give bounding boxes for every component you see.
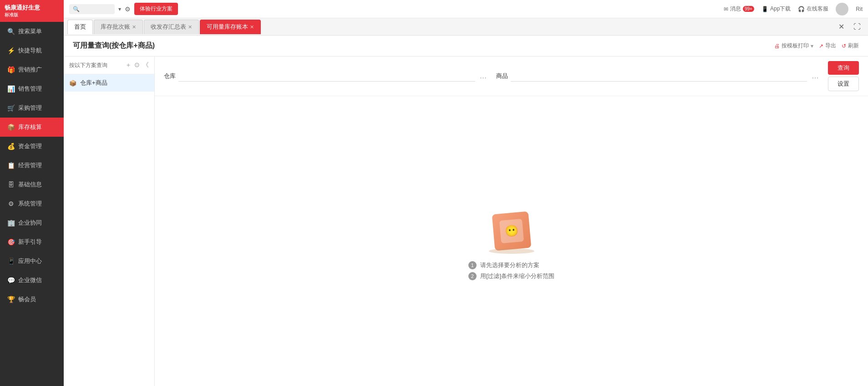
product-filter-field: 商品 …: [496, 71, 821, 82]
sidebar-item-operation[interactable]: 📋 经营管理: [0, 156, 64, 175]
building-icon: 🏢: [7, 219, 15, 226]
empty-step-2: 2 用[过滤]条件来缩小分析范围: [468, 272, 554, 280]
export-btn[interactable]: ↗ 导出: [819, 42, 836, 50]
main-area: 🔍 ▾ ⚙ 体验行业方案 ✉ 消息 99+ 📱 App下载 🎧 在线客服 Rit: [64, 0, 868, 386]
topbar-app-download[interactable]: 📱 App下载: [761, 5, 791, 13]
sidebar-item-quicknav[interactable]: ⚡ 快捷导航: [0, 41, 64, 60]
tab-expand-button[interactable]: ⛶: [850, 21, 864, 33]
search-icon: 🔍: [73, 6, 80, 12]
sidebar-item-label: 新手引导: [18, 238, 42, 246]
topbar-search[interactable]: 🔍: [69, 4, 115, 14]
settings-btn[interactable]: 设置: [828, 77, 859, 91]
product-input[interactable]: [511, 71, 807, 82]
gear-icon: ⚙: [7, 200, 15, 207]
settings-icon[interactable]: ⊙: [134, 61, 140, 69]
topbar-dropdown[interactable]: ▾: [118, 6, 121, 12]
print-template-btn[interactable]: 🖨 按模板打印 ▾: [774, 42, 813, 50]
warehouse-label: 仓库: [164, 72, 176, 80]
empty-illustration: 😶: [484, 199, 539, 254]
collapse-icon[interactable]: 《: [142, 61, 149, 69]
chat-icon: 💬: [7, 277, 15, 284]
filter-row: 仓库 … 商品 … 查询 设置: [155, 57, 868, 96]
topbar-messages[interactable]: ✉ 消息 99+: [724, 5, 754, 13]
sidebar-item-system[interactable]: ⚙ 系统管理: [0, 194, 64, 213]
sidebar-item-marketing[interactable]: 🎁 营销推广: [0, 60, 64, 79]
money-icon: 💰: [7, 143, 15, 150]
lightning-icon: ⚡: [7, 47, 15, 54]
sidebar-item-label: 经营管理: [18, 161, 42, 170]
step-1-text: 请先选择要分析的方案: [480, 261, 539, 269]
filter-panel: 按以下方案查询 ＋ ⊙ 《 📦 仓库+商品: [64, 57, 155, 386]
sidebar-item-member[interactable]: 🏆 畅会员: [0, 290, 64, 309]
sidebar-item-purchase[interactable]: 🛒 采购管理: [0, 98, 64, 118]
close-icon[interactable]: ✕: [188, 24, 192, 30]
tab-close-button[interactable]: ✕: [835, 21, 848, 33]
topbar-online-service[interactable]: 🎧 在线客服: [798, 5, 828, 13]
filter-item-warehouse-product[interactable]: 📦 仓库+商品: [64, 74, 154, 92]
search-icon: 🔍: [7, 28, 15, 35]
product-more-btn[interactable]: …: [810, 72, 821, 80]
tab-home[interactable]: 首页: [67, 20, 93, 34]
username: Rit: [856, 6, 863, 12]
step-number-1: 1: [468, 261, 477, 269]
topbar: 🔍 ▾ ⚙ 体验行业方案 ✉ 消息 99+ 📱 App下载 🎧 在线客服 Rit: [64, 0, 868, 18]
page-title: 可用量查询(按仓库+商品): [73, 41, 155, 51]
sidebar-item-label: 基础信息: [18, 180, 42, 189]
sidebar-item-label: 系统管理: [18, 200, 42, 208]
sidebar-item-label: 营销推广: [18, 66, 42, 74]
warehouse-more-btn[interactable]: …: [478, 72, 489, 80]
sidebar-item-label: 采购管理: [18, 104, 42, 112]
close-icon[interactable]: ✕: [250, 24, 254, 30]
sidebar-item-sales[interactable]: 📊 销售管理: [0, 79, 64, 98]
box-shadow: [489, 248, 534, 254]
content-area: 按以下方案查询 ＋ ⊙ 《 📦 仓库+商品 仓库 …: [64, 57, 868, 386]
step-number-2: 2: [468, 272, 477, 280]
close-icon[interactable]: ✕: [132, 24, 136, 30]
sidebar-item-label: 资金管理: [18, 142, 42, 150]
query-btn[interactable]: 查询: [828, 61, 859, 75]
print-label: 按模板打印: [782, 42, 809, 50]
export-icon: ↗: [819, 43, 823, 49]
tab-available[interactable]: 可用量库存账本 ✕: [200, 20, 261, 34]
sidebar: 畅康通好生意 标准版 🔍 搜索菜单 ⚡ 快捷导航 🎁 营销推广 📊 销售管理 🛒…: [0, 0, 64, 386]
filter-header-actions: ＋ ⊙ 《: [125, 61, 149, 69]
app-edition: 标准版: [5, 12, 18, 18]
filter-header-label: 按以下方案查询: [69, 62, 107, 69]
sidebar-item-enterprise[interactable]: 🏢 企业协同: [0, 213, 64, 232]
filter-header: 按以下方案查询 ＋ ⊙ 《: [64, 57, 154, 74]
sidebar-item-label: 快捷导航: [18, 46, 42, 55]
sidebar-item-search[interactable]: 🔍 搜索菜单: [0, 22, 64, 41]
box-illustration: 😶: [492, 211, 531, 251]
industry-btn[interactable]: 体验行业方案: [134, 3, 178, 15]
filter-item-label: 仓库+商品: [80, 79, 107, 87]
clipboard-icon: 📋: [7, 162, 15, 169]
topbar-gear-icon[interactable]: ⚙: [125, 5, 131, 13]
refresh-icon: ↺: [842, 43, 846, 49]
msg-badge: 99+: [743, 6, 754, 12]
box-face: 😶: [499, 219, 523, 243]
target-icon: 🎯: [7, 238, 15, 246]
warehouse-input[interactable]: [178, 71, 475, 82]
refresh-label: 刷新: [848, 42, 859, 50]
sidebar-item-label: 销售管理: [18, 85, 42, 93]
sidebar-item-label: 企业微信: [18, 276, 42, 284]
tab-summary[interactable]: 收发存汇总表 ✕: [144, 20, 199, 34]
sidebar-item-wechat[interactable]: 💬 企业微信: [0, 271, 64, 290]
cart-icon: 🛒: [7, 104, 15, 112]
tab-batch[interactable]: 库存批次账 ✕: [94, 20, 143, 34]
sidebar-item-inventory[interactable]: 📦 库存核算: [0, 118, 64, 137]
app-name: 畅康通好生意: [5, 4, 40, 12]
main-panel: 仓库 … 商品 … 查询 设置 😶: [155, 57, 868, 386]
database-icon: 🗄: [7, 181, 15, 188]
empty-steps: 1 请先选择要分析的方案 2 用[过滤]条件来缩小分析范围: [468, 261, 554, 283]
chevron-down-icon: ▾: [811, 43, 813, 49]
add-icon[interactable]: ＋: [125, 61, 132, 69]
step-2-text: 用[过滤]条件来缩小分析范围: [480, 272, 554, 280]
refresh-btn[interactable]: ↺ 刷新: [842, 42, 859, 50]
sidebar-item-basic[interactable]: 🗄 基础信息: [0, 175, 64, 194]
trophy-icon: 🏆: [7, 296, 15, 303]
sidebar-item-newbie[interactable]: 🎯 新手引导: [0, 232, 64, 252]
sidebar-item-appcenter[interactable]: 📱 应用中心: [0, 252, 64, 271]
sidebar-item-finance[interactable]: 💰 资金管理: [0, 137, 64, 156]
headset-icon: 🎧: [798, 6, 805, 12]
